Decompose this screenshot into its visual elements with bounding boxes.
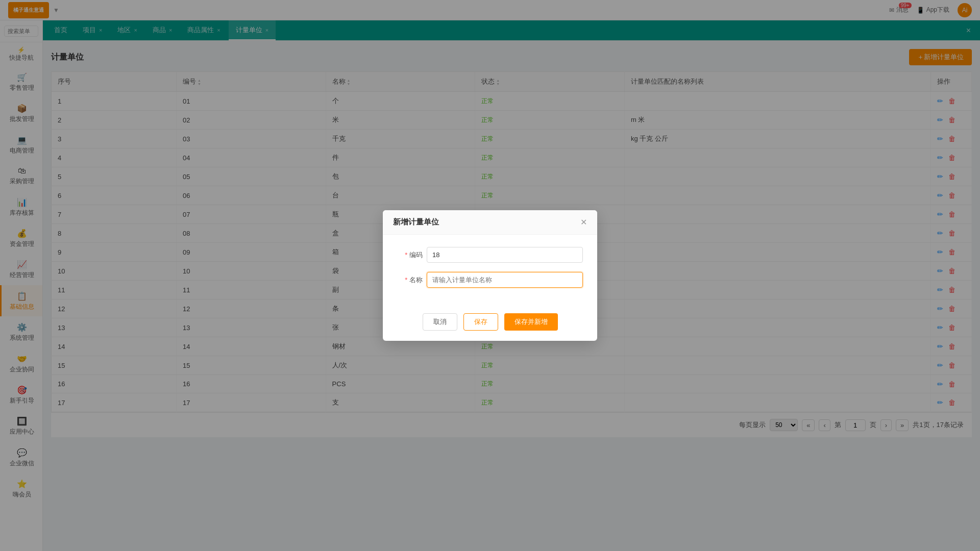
form-row-name: 名称	[397, 272, 583, 288]
name-input[interactable]	[427, 272, 583, 288]
add-unit-modal: 新增计量单位 ✕ 编码 名称 取消 保存 保存并新增	[383, 210, 597, 341]
form-row-code: 编码	[397, 247, 583, 263]
modal-close-button[interactable]: ✕	[580, 217, 587, 227]
save-new-button[interactable]: 保存并新增	[504, 313, 558, 331]
modal-body: 编码 名称	[383, 235, 597, 307]
save-button[interactable]: 保存	[463, 313, 498, 331]
modal-header: 新增计量单位 ✕	[383, 210, 597, 235]
name-label: 名称	[397, 276, 423, 285]
modal-title: 新增计量单位	[393, 217, 439, 227]
modal-footer: 取消 保存 保存并新增	[383, 307, 597, 341]
modal-overlay[interactable]: 新增计量单位 ✕ 编码 名称 取消 保存 保存并新增	[0, 0, 980, 551]
cancel-button[interactable]: 取消	[423, 313, 457, 331]
code-label: 编码	[397, 251, 423, 260]
code-input[interactable]	[427, 247, 583, 263]
